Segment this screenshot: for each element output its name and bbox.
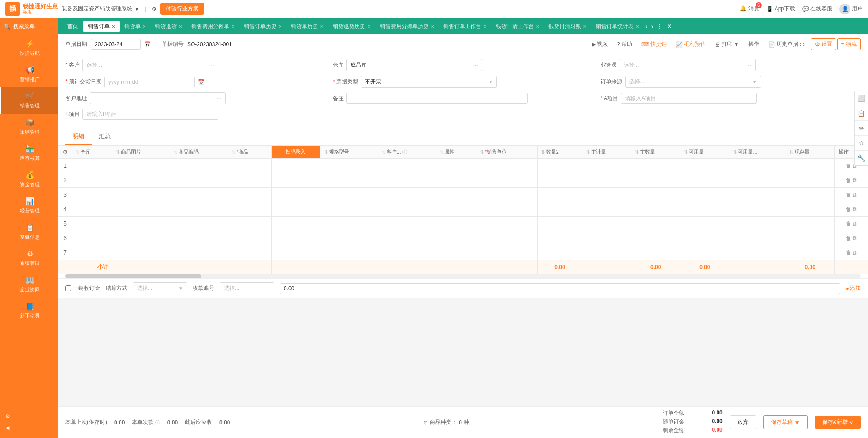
tab-close-icon[interactable]: ✕ <box>583 24 587 29</box>
invoice-select[interactable]: 不开票 ▼ <box>361 76 497 88</box>
sidebar-item-guide[interactable]: 📘 新手引导 <box>0 298 58 324</box>
calendar-icon[interactable]: 📅 <box>144 41 151 48</box>
tab-prev-btn[interactable]: ‹ <box>644 22 650 31</box>
tab-close-icon[interactable]: ✕ <box>635 24 639 29</box>
copy-icon[interactable]: ⧉ <box>853 235 857 241</box>
history-nav-left[interactable]: ‹ <box>800 41 801 48</box>
copy-icon[interactable]: ⧉ <box>853 206 857 212</box>
save-draft-button[interactable]: 保存草稿 ▼ <box>763 415 808 429</box>
tab-close-icon[interactable]: ✕ <box>367 24 371 29</box>
preview-btn[interactable]: ▶ 视频 <box>589 39 611 49</box>
tab-sales-order-history[interactable]: 销售订单历史 ✕ <box>239 21 286 32</box>
col-goods[interactable]: ⇅ *商品 <box>228 146 271 159</box>
cell[interactable] <box>170 245 228 260</box>
copy-icon[interactable]: ⧉ <box>853 192 857 198</box>
tab-close-icon[interactable]: ✕ <box>278 24 282 29</box>
tab-close-icon[interactable]: ✕ <box>483 24 487 29</box>
online-support[interactable]: 💬 在线客服 <box>802 5 832 13</box>
cell[interactable] <box>72 159 112 173</box>
one-click-checkout[interactable]: 一键收订金 <box>65 284 100 292</box>
cell[interactable] <box>476 173 537 188</box>
right-btn-1[interactable]: ⬜ <box>855 91 868 106</box>
warehouse-more-icon[interactable]: ··· <box>473 62 479 69</box>
history-nav-right[interactable]: › <box>803 41 805 48</box>
delete-icon[interactable]: 🗑 <box>846 163 851 169</box>
sidebar-item-inventory[interactable]: 🏪 库存核算 <box>0 140 58 166</box>
sidebar-item-quick-nav[interactable]: ⚡ 快捷导航 <box>0 35 58 61</box>
sidebar-settings[interactable]: ⚙ <box>4 411 54 422</box>
copy-icon[interactable]: ⧉ <box>853 250 857 256</box>
delete-icon[interactable]: 🗑 <box>846 250 851 256</box>
sidebar-collapse[interactable]: ◀ <box>4 422 54 433</box>
a-project-input[interactable] <box>621 93 757 104</box>
col-code[interactable]: ⇅ 商品编码 <box>170 146 228 159</box>
b-project-input[interactable] <box>82 109 218 120</box>
shortcut-btn[interactable]: ⌨ 快捷键 <box>639 39 669 49</box>
order-source-select[interactable]: 选择... ▼ <box>625 76 761 88</box>
delete-icon[interactable]: 🗑 <box>846 192 851 198</box>
amount-input[interactable] <box>280 283 840 294</box>
cell[interactable] <box>72 173 112 188</box>
history-btn[interactable]: 📄 历史单据 ‹ › <box>766 39 807 49</box>
customer-more-icon[interactable]: ··· <box>209 62 214 69</box>
help-btn[interactable]: ? 帮助 <box>614 39 635 49</box>
cell[interactable] <box>228 159 271 173</box>
right-btn-4[interactable]: ☆ <box>855 136 868 151</box>
print-btn[interactable]: 🖨 打印 ▼ <box>712 39 742 49</box>
add-logistics-button[interactable]: + 物流 <box>837 38 861 50</box>
tab-close-icon[interactable]: ✕ <box>142 24 146 29</box>
tab-close-all-btn[interactable]: ✕ <box>665 22 674 31</box>
sidebar-item-operations[interactable]: 📊 经营管理 <box>0 193 58 219</box>
cell[interactable] <box>170 159 228 173</box>
cell[interactable] <box>228 245 271 260</box>
tab-sales-return[interactable]: 销货退货 ✕ <box>150 21 187 32</box>
tab-cash-daily[interactable]: 钱货日清工作台 ✕ <box>491 21 544 32</box>
sidebar-item-purchase[interactable]: 📦 采购管理 <box>0 114 58 140</box>
one-click-checkbox[interactable] <box>65 285 71 291</box>
tab-sales-workbench[interactable]: 销售订单工作台 ✕ <box>439 21 491 32</box>
delete-icon[interactable]: 🗑 <box>846 177 851 183</box>
col-main-unit[interactable]: ⇅ 主计量 <box>582 146 631 159</box>
tab-sales-receipt-history[interactable]: 销货单历史 ✕ <box>286 21 328 32</box>
tab-close-icon[interactable]: ✕ <box>320 24 324 29</box>
tab-close-icon[interactable]: ✕ <box>179 24 182 29</box>
user-avatar[interactable]: 👤 用户 <box>839 4 863 14</box>
add-payment-btn[interactable]: ● 添加 <box>846 284 861 292</box>
col-unit[interactable]: ⇅ *销售单位 <box>476 146 537 159</box>
sidebar-item-basic-info[interactable]: 📋 基础信息 <box>0 219 58 245</box>
tab-sales-order[interactable]: 销售订单 ✕ <box>83 21 120 32</box>
col-settings[interactable]: ⚙ <box>58 146 72 159</box>
cell[interactable] <box>228 217 271 231</box>
sidebar-item-marketing[interactable]: 📢 营销推广 <box>0 61 58 87</box>
cell[interactable] <box>228 231 271 245</box>
col-image[interactable]: ⇅ 商品图片 <box>112 146 170 159</box>
horizontal-scrollbar[interactable] <box>65 274 861 278</box>
tab-close-icon[interactable]: ✕ <box>231 24 235 29</box>
detail-tab-detail[interactable]: 明细 <box>65 129 92 145</box>
col-stock[interactable]: ⇅ 现存量 <box>786 146 834 159</box>
col-customer-code[interactable]: ⇅ 客户... ⓘ <box>378 146 436 159</box>
cell[interactable] <box>72 188 112 202</box>
col-main-qty[interactable]: ⇅ 主数量 <box>631 146 680 159</box>
note-input[interactable] <box>346 93 528 104</box>
delivery-calendar-icon[interactable]: 📅 <box>198 79 204 85</box>
sidebar-item-enterprise[interactable]: 🏢 企业协同 <box>0 271 58 298</box>
cell[interactable] <box>170 202 228 217</box>
scroll-thumb[interactable] <box>65 274 201 278</box>
salesperson-select[interactable]: 选择... ··· <box>620 59 756 71</box>
tab-close-icon[interactable]: ✕ <box>431 24 434 29</box>
cell[interactable] <box>72 245 112 260</box>
delete-icon[interactable]: 🗑 <box>846 235 851 241</box>
col-spec[interactable]: ⇅ 规格型号 <box>320 146 378 159</box>
cell[interactable] <box>476 217 537 231</box>
discard-button[interactable]: 放弃 <box>730 415 756 429</box>
right-btn-2[interactable]: 📋 <box>855 106 868 121</box>
tab-reconcile[interactable]: 钱货日清对账 ✕ <box>544 21 591 32</box>
account-select[interactable]: 选择... ··· <box>220 282 274 294</box>
cell[interactable] <box>72 231 112 245</box>
cell[interactable] <box>476 202 537 217</box>
tab-sales-stats[interactable]: 销售订单统计表 ✕ <box>591 21 644 32</box>
sidebar-item-sales[interactable]: 🛒 销售管理 <box>0 87 58 114</box>
tab-close-icon[interactable]: ✕ <box>112 24 115 29</box>
customer-select[interactable]: 选择... ··· <box>82 59 218 71</box>
